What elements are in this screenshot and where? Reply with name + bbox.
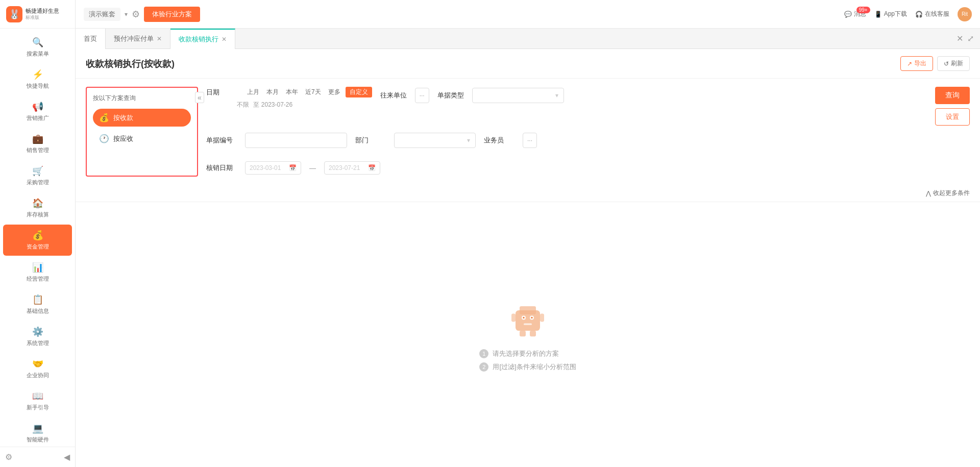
bill-type-dropdown-icon: ▾: [555, 92, 558, 99]
inventory-icon: 🏠: [32, 198, 43, 209]
query-button[interactable]: 查询: [935, 87, 970, 104]
app-badge: 标准版: [26, 14, 59, 21]
search-icon: 🔍: [32, 37, 43, 48]
calendar-start-icon: 📅: [289, 164, 297, 171]
date-btn-this-month[interactable]: 本月: [264, 87, 281, 97]
date-btn-last-month[interactable]: 上月: [245, 87, 261, 97]
top-bar: 演示账套 ▾ ⚙ 体验行业方案 💬 消息 99+ 📱 App下载 🎧 在线客服 …: [76, 0, 980, 29]
refresh-button[interactable]: ↺ 刷新: [937, 56, 970, 71]
app-download-button[interactable]: 📱 App下载: [874, 10, 907, 18]
sidebar-label-hardware: 智能硬件: [27, 436, 49, 444]
verify-date-end-input[interactable]: 2023-07-21 📅: [324, 161, 380, 175]
dept-dropdown-icon: ▾: [467, 137, 470, 144]
sidebar-label-collab: 企业协同: [27, 372, 49, 379]
company-dropdown-icon[interactable]: ▾: [125, 11, 128, 18]
verify-date-start-input[interactable]: 2023-03-01 📅: [245, 161, 301, 175]
page-title: 收款核销执行(按收款): [86, 58, 175, 77]
sidebar-label-guide: 新手引导: [27, 404, 49, 411]
sidebar-label-basic: 基础信息: [27, 307, 49, 315]
step-1-text: 请先选择要分析的方案: [493, 349, 559, 358]
app-logo: 🐰 畅捷通好生意 标准版: [0, 0, 75, 29]
sidebar-item-marketing[interactable]: 📢 营销推广: [3, 96, 72, 127]
logo-text-block: 畅捷通好生意 标准版: [26, 7, 59, 21]
svg-rect-6: [524, 323, 532, 325]
partner-input[interactable]: ···: [415, 88, 429, 103]
more-conditions-bar[interactable]: ⋀ 收起更多条件: [76, 185, 980, 202]
sidebar-item-quicknav[interactable]: ⚡ 快捷导航: [3, 64, 72, 95]
top-bar-right: 💬 消息 99+ 📱 App下载 🎧 在线客服 Rit: [844, 7, 972, 21]
filter-option-receivable-label: 按应收: [113, 134, 133, 143]
tab-home[interactable]: 首页: [76, 29, 106, 49]
date-btn-7days[interactable]: 近7天: [303, 87, 323, 97]
date-range-separator: —: [309, 164, 316, 172]
sidebar-collapse-icon[interactable]: ◀: [64, 452, 70, 462]
collab-icon: 🤝: [32, 358, 43, 370]
sidebar-item-sales[interactable]: 💼 销售管理: [3, 128, 72, 159]
online-service-button[interactable]: 🎧 在线客服: [915, 10, 949, 18]
quicknav-icon: ⚡: [32, 69, 43, 80]
top-bar-left: 演示账套 ▾ ⚙ 体验行业方案: [84, 7, 838, 22]
date-shortcuts: 上月 本月 本年 近7天 更多 自定义: [245, 87, 372, 97]
filter-scheme-panel: 按以下方案查询 💰 按收款 🕐 按应收: [86, 87, 198, 177]
industry-button[interactable]: 体验行业方案: [144, 7, 200, 22]
app-label: App下载: [884, 10, 907, 18]
sidebar-bottom: ⚙ ◀: [0, 447, 75, 467]
export-button[interactable]: ↗ 导出: [900, 56, 933, 71]
page-actions: ↗ 导出 ↺ 刷新: [900, 56, 970, 78]
setting-button[interactable]: 设置: [935, 108, 970, 126]
sidebar-item-system[interactable]: ⚙️ 系统管理: [3, 321, 72, 352]
sidebar-gear-icon[interactable]: ⚙: [5, 452, 12, 462]
main-area: 演示账套 ▾ ⚙ 体验行业方案 💬 消息 99+ 📱 App下载 🎧 在线客服 …: [76, 0, 980, 467]
bill-no-input[interactable]: [245, 133, 347, 148]
page-header: 收款核销执行(按收款) ↗ 导出 ↺ 刷新: [76, 49, 980, 79]
step-2-text: 用[过滤]条件来缩小分析范围: [493, 362, 576, 372]
tab-expand-icon[interactable]: ⤢: [967, 34, 974, 43]
sidebar-item-collab[interactable]: 🤝 企业协同: [3, 353, 72, 384]
company-name[interactable]: 演示账套: [84, 8, 120, 21]
tab-prepay-close[interactable]: ✕: [157, 35, 162, 42]
empty-step-1: 1 请先选择要分析的方案: [479, 349, 576, 358]
sidebar-item-inventory[interactable]: 🏠 库存核算: [3, 192, 72, 224]
sidebar-item-hardware[interactable]: 💻 智能硬件: [3, 417, 72, 447]
sidebar-item-search[interactable]: 🔍 搜索菜单: [3, 32, 72, 63]
dept-label: 部门: [355, 136, 386, 145]
app-icon: 📱: [874, 11, 882, 18]
receipt-icon: 💰: [99, 113, 109, 122]
date-btn-this-year[interactable]: 本年: [284, 87, 300, 97]
tab-close-icon[interactable]: ✕: [957, 34, 963, 43]
guide-icon: 📖: [32, 390, 43, 402]
more-conditions-label: 收起更多条件: [933, 189, 970, 198]
user-avatar[interactable]: Rit: [958, 7, 972, 21]
filter-option-by-receipt[interactable]: 💰 按收款: [93, 109, 191, 127]
collapse-arrow-icon: ⋀: [926, 190, 931, 197]
system-icon: ⚙️: [32, 326, 43, 337]
verify-date-end-value: 2023-07-21: [329, 164, 360, 171]
sidebar-label-search: 搜索菜单: [27, 50, 49, 58]
sidebar-label-management: 经营管理: [27, 275, 49, 283]
filter-collapse-button[interactable]: «: [195, 92, 204, 103]
tab-bar: 首页 预付冲应付单 ✕ 收款核销执行 ✕ ✕ ⤢: [76, 29, 980, 49]
tab-prepay-label: 预付冲应付单: [114, 34, 154, 43]
bill-type-select[interactable]: ▾: [472, 88, 564, 103]
filter-panel: 按以下方案查询 💰 按收款 🕐 按应收 «: [76, 79, 980, 185]
sidebar-item-management[interactable]: 📊 经营管理: [3, 257, 72, 288]
user-name: Rit: [962, 11, 968, 17]
tab-collection[interactable]: 收款核销执行 ✕: [170, 29, 235, 49]
sidebar-item-purchase[interactable]: 🛒 采购管理: [3, 160, 72, 191]
empty-illustration: [502, 298, 553, 339]
date-btn-more[interactable]: 更多: [326, 87, 342, 97]
tab-prepay[interactable]: 预付冲应付单 ✕: [106, 29, 170, 49]
message-button[interactable]: 💬 消息 99+: [844, 10, 866, 18]
sidebar-item-basic[interactable]: 📋 基础信息: [3, 289, 72, 320]
filter-option-by-receivable[interactable]: 🕐 按应收: [93, 130, 191, 148]
date-btn-custom[interactable]: 自定义: [346, 87, 372, 97]
tab-collection-close[interactable]: ✕: [222, 36, 227, 43]
dept-select[interactable]: ▾: [394, 133, 476, 148]
sidebar-label-finance: 资金管理: [27, 243, 49, 251]
verify-date-label: 核销日期: [206, 163, 237, 173]
staff-input[interactable]: ···: [523, 133, 537, 148]
sidebar-item-finance[interactable]: 💰 资金管理: [3, 225, 72, 256]
settings-icon[interactable]: ⚙: [132, 9, 140, 20]
sidebar-label-purchase: 采购管理: [27, 179, 49, 186]
sidebar-item-guide[interactable]: 📖 新手引导: [3, 385, 72, 416]
